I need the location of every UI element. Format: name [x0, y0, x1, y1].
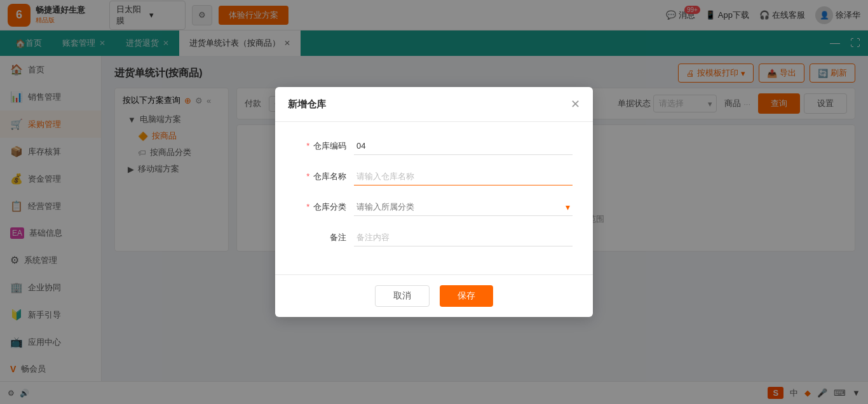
warehouse-category-select[interactable]: ▾: [354, 198, 573, 216]
warehouse-name-input[interactable]: [354, 168, 573, 185]
warehouse-code-label: * 仓库编码: [295, 140, 346, 152]
cancel-button[interactable]: 取消: [375, 285, 430, 307]
modal-footer: 取消 保存: [275, 274, 593, 317]
required-star-name: *: [306, 172, 309, 181]
warehouse-category-input[interactable]: [354, 198, 573, 215]
modal-close-button[interactable]: ✕: [571, 97, 580, 111]
warehouse-name-row: * 仓库名称: [295, 168, 573, 185]
category-dropdown-arrow: ▾: [566, 202, 570, 212]
warehouse-name-label: * 仓库名称: [295, 171, 346, 182]
required-star-code: *: [306, 141, 309, 151]
save-button[interactable]: 保存: [440, 285, 493, 307]
warehouse-note-label: 备注: [295, 232, 346, 243]
warehouse-category-row: * 仓库分类 ▾: [295, 198, 573, 216]
warehouse-note-row: 备注: [295, 229, 573, 246]
modal-overlay: 新增仓库 ✕ * 仓库编码 * 仓库名称: [0, 0, 868, 404]
warehouse-code-input[interactable]: [354, 137, 573, 155]
warehouse-category-label: * 仓库分类: [295, 201, 346, 213]
modal-header: 新增仓库 ✕: [275, 87, 593, 122]
modal-title: 新增仓库: [288, 98, 326, 111]
warehouse-note-input[interactable]: [354, 229, 573, 246]
required-star-category: *: [306, 202, 309, 212]
modal-body: * 仓库编码 * 仓库名称 * 仓库分类: [275, 122, 593, 274]
warehouse-code-row: * 仓库编码: [295, 137, 573, 155]
add-warehouse-modal: 新增仓库 ✕ * 仓库编码 * 仓库名称: [275, 87, 593, 317]
